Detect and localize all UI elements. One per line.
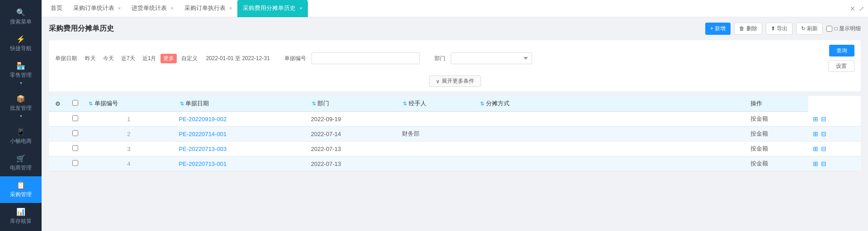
doc-no-link-2[interactable]: PE-20220713-003 [179,146,227,152]
edit-icon-0[interactable]: ⊞ [813,115,818,123]
today-btn[interactable]: 今天 [100,54,117,63]
row-doc-no-3[interactable]: PE-20220713-001 [175,156,307,171]
data-table: ⚙ ⇅ 单据编号 ⇅ 单据日期 ⇅ 部门 ⇅ 经手人 ⇅ 分摊方式 操作 1 P [49,96,861,171]
expand-more-button[interactable]: ∨ 展开更多条件 [429,75,481,87]
col-split-method[interactable]: ⇅ 分摊方式 [475,96,746,112]
edit-icon-3[interactable]: ⊞ [813,160,818,167]
tab-close-purchase-order-stats[interactable]: × [118,5,121,11]
tab-close-purchase-cost-split[interactable]: × [299,5,302,11]
sidebar-label-purchase: 采购管理 [10,191,32,198]
sort-icon-dept: ⇅ [312,101,316,106]
row-handler-3 [475,156,746,171]
row-checkbox-2[interactable] [67,141,83,156]
page-content: 采购费用分摊单历史 + 新增 🗑 删除 ⬆ 导出 ↻ 刷新 □ 显示明细 单据日… [42,17,868,231]
more-btn[interactable]: 更多 [160,54,177,63]
row-doc-date-1: 2022-07-14 [307,127,397,141]
doc-no-link-1[interactable]: PE-20220714-001 [179,131,227,137]
tab-label-inbound-stats: 进货单统计表 [132,4,167,12]
page-title-bar: 采购费用分摊单历史 + 新增 🗑 删除 ⬆ 导出 ↻ 刷新 □ 显示明细 [49,23,861,35]
page-title: 采购费用分摊单历史 [49,24,114,33]
row-settings-3 [49,156,67,171]
delete-icon-1[interactable]: ⊟ [821,130,826,137]
row-dept-3 [397,156,475,171]
custom-btn[interactable]: 自定义 [179,54,200,63]
edit-icon-1[interactable]: ⊞ [813,130,818,137]
tab-actions: ✕ ⤢ [850,5,864,12]
doc-no-input[interactable] [311,52,420,64]
tab-home[interactable]: 首页 [45,0,68,17]
tab-label-home: 首页 [51,4,62,12]
doc-no-link-3[interactable]: PE-20220713-001 [179,160,227,167]
tab-inbound-stats[interactable]: 进货单统计表× [126,0,179,17]
tab-close-purchase-order-exec[interactable]: × [229,5,232,11]
row-actions-1: ⊞ ⊟ [808,127,861,141]
row-actions-2: ⊞ ⊟ [808,141,861,156]
sidebar-item-purchase[interactable]: 📋采购管理 [0,176,42,203]
sort-icon-doc-date: ⇅ [180,101,184,106]
chevron-icon: ▾ [20,113,22,118]
table-body: 1 PE-20220919-002 2022-09-19 按金额 ⊞ ⊟ 2 P… [49,112,861,171]
doc-no-link-0[interactable]: PE-20220919-002 [179,116,227,123]
sidebar-label-wholesale: 批发管理 [10,104,32,112]
row-checkbox-0[interactable] [67,112,83,127]
row-doc-no-0[interactable]: PE-20220919-002 [175,112,307,127]
sidebar-item-wholesale[interactable]: 📦批发管理▾ [0,90,42,123]
col-settings[interactable]: ⚙ [49,96,67,112]
main-area: 首页采购订单统计表×进货单统计表×采购订单执行表×采购费用分摊单历史× ✕ ⤢ … [42,0,868,231]
sidebar-item-retail[interactable]: 🏪零售管理▾ [0,57,42,90]
sidebar-item-quicknav[interactable]: ⚡快捷导航 [0,30,42,57]
sidebar-item-ecommerce[interactable]: 🛒电商管理 [0,150,42,176]
col-handler[interactable]: ⇅ 经手人 [397,96,475,112]
row-num-2: 3 [83,141,175,156]
row-doc-date-0: 2022-09-19 [307,112,397,127]
sidebar-item-mobile[interactable]: 📱小畅电商 [0,123,42,150]
close-window-icon[interactable]: ✕ [850,5,855,12]
delete-icon-3[interactable]: ⊟ [821,160,826,167]
delete-icon-2[interactable]: ⊟ [821,145,826,152]
row-num-0: 1 [83,112,175,127]
edit-icon-2[interactable]: ⊞ [813,145,818,152]
yesterday-btn[interactable]: 昨天 [82,54,99,63]
table-container: ⚙ ⇅ 单据编号 ⇅ 单据日期 ⇅ 部门 ⇅ 经手人 ⇅ 分摊方式 操作 1 P [49,96,861,171]
col-doc-no[interactable]: ⇅ 单据编号 [83,96,175,112]
row-doc-date-2: 2022-07-13 [307,141,397,156]
last7days-btn[interactable]: 近7天 [118,54,138,63]
row-handler-1 [475,127,746,141]
col-doc-date[interactable]: ⇅ 单据日期 [175,96,307,112]
search-icon: 🔍 [16,8,25,17]
row-split-method-3: 按金额 [746,156,808,171]
filter-area: 单据日期 昨天 今天 近7天 近1月 更多 自定义 2022-01-01 至 2… [49,40,861,91]
row-doc-no-2[interactable]: PE-20220713-003 [175,141,307,156]
col-dept[interactable]: ⇅ 部门 [307,96,397,112]
dept-select[interactable]: 财务部 [451,52,532,64]
sidebar-item-search[interactable]: 🔍搜索菜单 [0,4,42,30]
query-button[interactable]: 查询 [829,45,854,57]
row-checkbox-1[interactable] [67,127,83,141]
row-dept-0 [397,112,475,127]
maximize-window-icon[interactable]: ⤢ [859,5,864,12]
delete-icon-0[interactable]: ⊟ [821,115,826,123]
tab-purchase-cost-split[interactable]: 采购费用分摊单历史× [237,0,307,17]
row-doc-no-1[interactable]: PE-20220714-001 [175,127,307,141]
row-doc-date-3: 2022-07-13 [307,156,397,171]
filter-settings-button[interactable]: 设置 [828,60,854,72]
row-checkbox-3[interactable] [67,156,83,171]
tab-purchase-order-exec[interactable]: 采购订单执行表× [179,0,237,17]
expand-more-area: ∨ 展开更多条件 [55,75,854,87]
table-row: 4 PE-20220713-001 2022-07-13 按金额 ⊞ ⊟ [49,156,861,171]
row-handler-2 [475,141,746,156]
sidebar-item-inventory[interactable]: 📊库存核算 [0,203,42,230]
tab-close-inbound-stats[interactable]: × [170,5,173,11]
date-range-display: 2022-01-01 至 2022-12-31 [206,55,269,62]
chevron-down-icon: ∨ [436,78,440,85]
last1month-btn[interactable]: 近1月 [140,54,159,63]
sidebar-label-ecommerce: 电商管理 [10,164,32,172]
add-button[interactable]: + 新增 [705,23,731,35]
delete-button[interactable]: 🗑 删除 [734,23,762,35]
tab-purchase-order-stats[interactable]: 采购订单统计表× [68,0,126,17]
col-select-all[interactable] [67,96,83,112]
refresh-button[interactable]: ↻ 刷新 [796,23,823,35]
export-button[interactable]: ⬆ 导出 [766,23,793,35]
show-detail-checkbox[interactable]: □ 显示明细 [826,25,861,33]
tab-bar: 首页采购订单统计表×进货单统计表×采购订单执行表×采购费用分摊单历史× ✕ ⤢ [42,0,868,17]
